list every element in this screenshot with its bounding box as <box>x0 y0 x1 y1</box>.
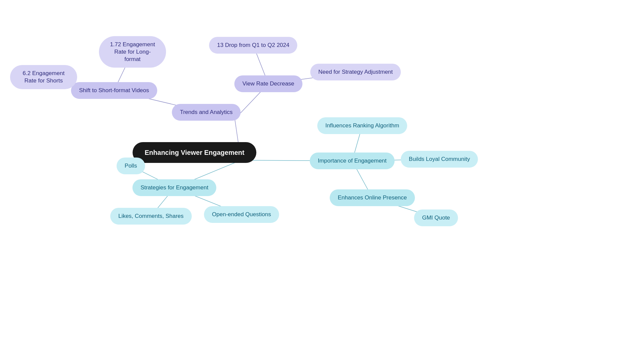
open-ended-node: Open-ended Questions <box>204 206 279 223</box>
strategies-label: Strategies for Engagement <box>141 184 208 191</box>
shift-label: Shift to Short-format Videos <box>79 87 149 94</box>
ranking-label: Influences Ranking Algorithm <box>325 122 399 129</box>
gmi-node: GMI Quote <box>414 209 458 226</box>
view-rate-label: View Rate Decrease <box>243 80 294 87</box>
polls-node: Polls <box>117 158 145 174</box>
importance-node: Importance of Engagement <box>310 153 394 169</box>
view-rate-node: View Rate Decrease <box>234 75 303 92</box>
shift-node: Shift to Short-format Videos <box>71 82 157 99</box>
likes-node: Likes, Comments, Shares <box>110 208 192 225</box>
strategies-node: Strategies for Engagement <box>132 179 216 196</box>
online-presence-node: Enhances Online Presence <box>330 189 415 206</box>
importance-label: Importance of Engagement <box>318 157 386 165</box>
gmi-label: GMI Quote <box>422 214 450 222</box>
engagement-long-label: 1.72 Engagement Rate for Long-format <box>107 41 158 63</box>
center-label: Enhancing Viewer Engagement <box>145 148 244 157</box>
drop-node: 13 Drop from Q1 to Q2 2024 <box>209 37 297 54</box>
open-ended-label: Open-ended Questions <box>212 211 271 218</box>
online-presence-label: Enhances Online Presence <box>338 194 407 201</box>
strategy-label: Need for Strategy Adjustment <box>318 68 393 76</box>
engagement-shorts-label: 6.2 Engagement Rate for Shorts <box>18 70 69 84</box>
strategy-node: Need for Strategy Adjustment <box>310 64 401 80</box>
loyal-node: Builds Loyal Community <box>401 151 478 168</box>
polls-label: Polls <box>125 162 137 170</box>
engagement-long-node: 1.72 Engagement Rate for Long-format <box>99 36 166 68</box>
trends-label: Trends and Analytics <box>180 109 232 116</box>
likes-label: Likes, Comments, Shares <box>118 213 184 220</box>
trends-node: Trends and Analytics <box>172 104 240 121</box>
ranking-node: Influences Ranking Algorithm <box>317 117 407 134</box>
center-node: Enhancing Viewer Engagement <box>132 142 256 163</box>
loyal-label: Builds Loyal Community <box>409 156 470 163</box>
engagement-shorts-node: 6.2 Engagement Rate for Shorts <box>10 65 77 89</box>
drop-label: 13 Drop from Q1 to Q2 2024 <box>217 42 289 49</box>
